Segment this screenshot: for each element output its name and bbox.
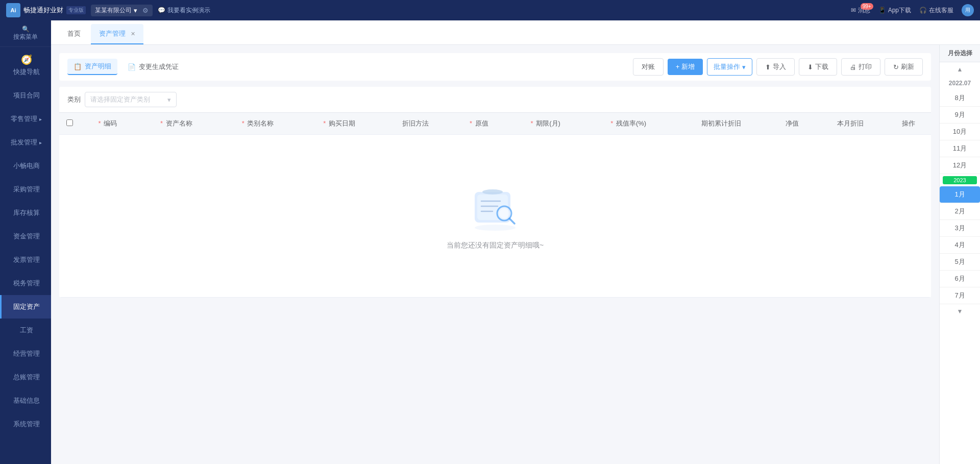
svg-line-9 bbox=[509, 218, 514, 224]
user-avatar[interactable]: 用 bbox=[962, 4, 974, 16]
month-12-2022[interactable]: 12月 bbox=[940, 157, 980, 174]
month-2-2023[interactable]: 2月 bbox=[940, 203, 980, 220]
month-6-2023[interactable]: 6月 bbox=[940, 271, 980, 287]
app-download-button[interactable]: 📱 App下载 bbox=[878, 6, 911, 15]
sidebar-item-wholesale-management[interactable]: 批发管理 ▸ bbox=[0, 131, 51, 154]
month-nav-down-btn[interactable]: ▼ bbox=[955, 306, 965, 316]
sidebar-item-purchase-management[interactable]: 采购管理 bbox=[0, 178, 51, 201]
sidebar-item-project-contract[interactable]: 项目合同 bbox=[0, 84, 51, 107]
svg-point-6 bbox=[482, 189, 503, 194]
main-layout: 🔍 搜索菜单 🧭 快捷导航 项目合同 零售管理 ▸ 批发管理 ▸ 小畅电商 采购… bbox=[0, 20, 980, 464]
download-icon: ⬇ bbox=[807, 63, 813, 71]
th-purchase-date: * 购买日期 bbox=[299, 113, 380, 135]
th-original-value: * 原值 bbox=[451, 113, 507, 135]
empty-state: 当前您还没有固定资产明细哦~ bbox=[64, 141, 926, 291]
sidebar-item-invoice[interactable]: 发票管理 bbox=[0, 248, 51, 272]
sidebar: 🔍 搜索菜单 🧭 快捷导航 项目合同 零售管理 ▸ 批发管理 ▸ 小畅电商 采购… bbox=[0, 20, 51, 464]
chat-icon: 💬 bbox=[158, 7, 165, 14]
change-voucher-icon: 📄 bbox=[128, 63, 136, 71]
page-container: 📋 资产明细 📄 变更生成凭证 对账 + 新增 批量操 bbox=[51, 45, 980, 464]
category-select[interactable]: 请选择固定资产类别 ▾ bbox=[85, 92, 177, 107]
message-badge: 99+ bbox=[861, 3, 873, 10]
print-button[interactable]: 🖨 打印 bbox=[841, 58, 880, 76]
month-9-2022[interactable]: 9月 bbox=[940, 107, 980, 124]
company-selector[interactable]: 某某有限公司 ▾ ⚙ bbox=[91, 5, 153, 16]
import-button[interactable]: ⬆ 导入 bbox=[756, 58, 795, 76]
add-button[interactable]: + 新增 bbox=[668, 59, 703, 75]
table-head: * 编码 * 资产名称 * 类别名称 bbox=[59, 113, 931, 135]
compass-icon: 🧭 bbox=[6, 54, 47, 65]
select-all-checkbox[interactable] bbox=[66, 119, 73, 126]
th-code: * 编码 bbox=[80, 113, 135, 135]
sidebar-item-basic-info[interactable]: 基础信息 bbox=[0, 389, 51, 412]
sub-tab-asset-detail[interactable]: 📋 资产明细 bbox=[67, 59, 117, 75]
refresh-button[interactable]: ↻ 刷新 bbox=[885, 58, 923, 76]
sidebar-item-retail-management[interactable]: 零售管理 ▸ bbox=[0, 107, 51, 131]
month-11-2022[interactable]: 11月 bbox=[940, 140, 980, 157]
tab-bar: 首页 资产管理 ✕ bbox=[51, 20, 980, 45]
sidebar-item-inventory[interactable]: 库存核算 bbox=[0, 201, 51, 225]
message-icon: ✉ bbox=[851, 7, 856, 14]
th-net-value: 净值 bbox=[769, 113, 815, 135]
chevron-down-icon: ▾ bbox=[134, 7, 137, 14]
empty-text: 当前您还没有固定资产明细哦~ bbox=[447, 241, 544, 250]
th-category-name: * 类别名称 bbox=[217, 113, 299, 135]
sidebar-item-operations[interactable]: 经营管理 bbox=[0, 342, 51, 365]
sidebar-item-tax[interactable]: 税务管理 bbox=[0, 272, 51, 295]
sidebar-item-salary[interactable]: 工资 bbox=[0, 319, 51, 342]
month-3-2023[interactable]: 3月 bbox=[940, 220, 980, 237]
month-1-2023[interactable]: 1月 bbox=[940, 186, 980, 203]
th-monthly-depreciation: 本月折旧 bbox=[815, 113, 886, 135]
category-label: 类别 bbox=[67, 95, 81, 104]
empty-illustration bbox=[464, 182, 526, 233]
month-4-2023[interactable]: 4月 bbox=[940, 237, 980, 254]
svg-point-0 bbox=[475, 225, 516, 231]
month-panel-header: 月份选择 bbox=[940, 45, 980, 62]
th-depreciation-method: 折旧方法 bbox=[380, 113, 451, 135]
sidebar-item-ecommerce[interactable]: 小畅电商 bbox=[0, 154, 51, 178]
sidebar-item-fixed-assets[interactable]: 固定资产 bbox=[0, 295, 51, 319]
tab-asset-management[interactable]: 资产管理 ✕ bbox=[91, 24, 143, 44]
month-8-2022[interactable]: 8月 bbox=[940, 90, 980, 107]
sidebar-item-system[interactable]: 系统管理 bbox=[0, 412, 51, 436]
download-button[interactable]: ⬇ 下载 bbox=[799, 58, 837, 76]
table-container: * 编码 * 资产名称 * 类别名称 bbox=[59, 113, 931, 298]
month-7-2023[interactable]: 7月 bbox=[940, 287, 980, 304]
asset-table: * 编码 * 资产名称 * 类别名称 bbox=[59, 113, 931, 298]
th-asset-name: * 资产名称 bbox=[135, 113, 217, 135]
month-10-2022[interactable]: 10月 bbox=[940, 124, 980, 140]
chevron-right-icon: ▸ bbox=[39, 116, 42, 122]
online-service-button[interactable]: 🎧 在线客服 bbox=[919, 6, 953, 15]
batch-operation-button[interactable]: 批量操作 ▾ bbox=[707, 58, 752, 76]
import-icon: ⬆ bbox=[765, 63, 771, 71]
sidebar-item-finance[interactable]: 资金管理 bbox=[0, 225, 51, 248]
asset-detail-icon: 📋 bbox=[74, 63, 82, 70]
th-period: * 期限(月) bbox=[507, 113, 584, 135]
month-nav-up-btn[interactable]: ▲ bbox=[955, 64, 965, 75]
sidebar-item-general-ledger[interactable]: 总账管理 bbox=[0, 365, 51, 389]
month-nav-up: ▲ bbox=[940, 62, 980, 77]
chevron-down-icon: ▾ bbox=[742, 63, 746, 71]
brand-logo: Ai bbox=[6, 3, 20, 17]
sidebar-item-quick-nav[interactable]: 🧭 快捷导航 bbox=[0, 47, 51, 84]
th-residual-rate: * 残值率(%) bbox=[584, 113, 673, 135]
brand-edition: 专业版 bbox=[66, 6, 86, 14]
month-5-2023[interactable]: 5月 bbox=[940, 254, 980, 271]
select-arrow-icon: ▾ bbox=[167, 96, 171, 104]
sub-tab-change-voucher[interactable]: 📄 变更生成凭证 bbox=[121, 59, 185, 75]
reconcile-button[interactable]: 对账 bbox=[633, 58, 664, 76]
tab-home[interactable]: 首页 bbox=[59, 24, 89, 44]
brand: Ai 畅捷通好业财 专业版 bbox=[6, 3, 86, 17]
search-menu-item[interactable]: 🔍 搜索菜单 bbox=[0, 20, 51, 47]
month-panel: 月份选择 ▲ 2022.07 8月 9月 10月 11月 12月 2023 1月… bbox=[939, 45, 980, 464]
year-badge-2023: 2023 bbox=[943, 176, 977, 184]
settings-icon[interactable]: ⚙ bbox=[142, 7, 149, 14]
top-bar-right: ✉ 消息 99+ 📱 App下载 🎧 在线客服 用 bbox=[851, 4, 974, 16]
print-icon: 🖨 bbox=[850, 63, 856, 71]
demo-link[interactable]: 💬 我要看实例演示 bbox=[158, 6, 210, 15]
page-main: 📋 资产明细 📄 变更生成凭证 对账 + 新增 批量操 bbox=[51, 45, 939, 464]
year-2022: 2022.07 bbox=[940, 77, 980, 90]
tab-close-icon[interactable]: ✕ bbox=[131, 31, 135, 37]
filter-row: 类别 请选择固定资产类别 ▾ bbox=[59, 87, 931, 113]
message-button[interactable]: ✉ 消息 99+ bbox=[851, 6, 870, 15]
